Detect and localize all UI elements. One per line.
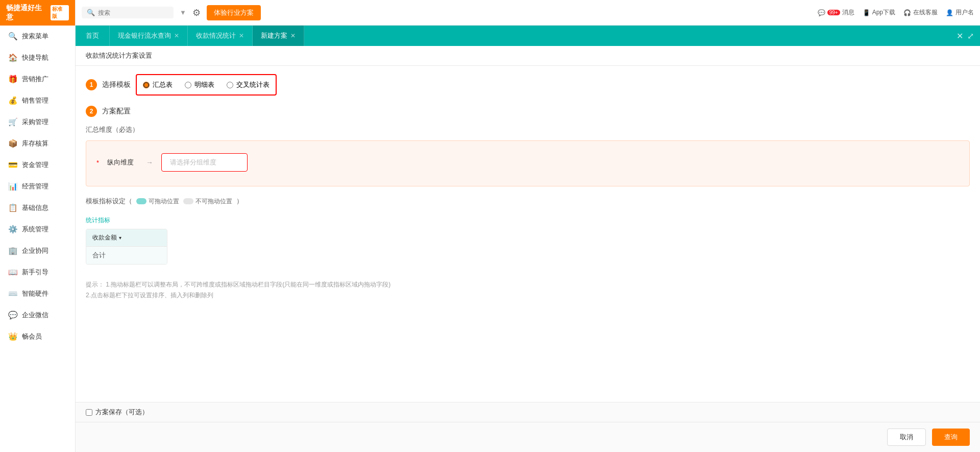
close-collection-stat-icon[interactable]: ✕ xyxy=(239,32,244,39)
dimension-selector[interactable]: 请选择分组维度 xyxy=(161,153,248,172)
tab-bank-flow-label: 现金银行流水查询 xyxy=(118,31,171,40)
message-count: 99+ xyxy=(827,10,840,15)
save-bar: 方案保存（可选） xyxy=(76,402,980,422)
sidebar-item-label: 销售管理 xyxy=(22,96,48,105)
radio-summary[interactable]: 汇总表 xyxy=(143,80,173,89)
step2-badge: 2 xyxy=(86,106,97,117)
sidebar-item-inventory[interactable]: 📦 库存核算 xyxy=(0,133,75,154)
download-icon: 📱 xyxy=(863,9,870,16)
sidebar-item-system[interactable]: ⚙️ 系统管理 xyxy=(0,219,75,240)
dimension-name: 纵向维度 xyxy=(107,158,138,167)
tip1: 提示： 1.拖动标题栏可以调整布局，不可跨维度或指标区域拖动栏目字段(只能在同一… xyxy=(86,280,970,289)
app-download-btn[interactable]: 📱 App下载 xyxy=(863,8,895,17)
step2-header: 2 方案配置 xyxy=(86,106,970,117)
metrics-header: 模板指标设定（ 可拖动位置 不可拖动位置 ） xyxy=(86,197,970,206)
query-button[interactable]: 查询 xyxy=(932,429,970,446)
chart-icon: 📊 xyxy=(8,182,18,191)
user-btn[interactable]: 👤 用户名 xyxy=(946,8,974,17)
template-options: 汇总表 明细表 交叉统计表 xyxy=(136,74,277,96)
radio-summary-input[interactable] xyxy=(143,82,150,88)
tab-collection-stat-label: 收款情况统计 xyxy=(196,31,236,40)
drag-disabled-label: 不可拖动位置 xyxy=(195,197,232,206)
maximize-window-icon[interactable]: ⤢ xyxy=(967,31,974,41)
radio-cross[interactable]: 交叉统计表 xyxy=(227,80,270,89)
sidebar-item-label: 系统管理 xyxy=(22,225,48,234)
step1-label: 选择模板 xyxy=(102,80,131,89)
dimension-area: * 纵向维度 → 请选择分组维度 xyxy=(86,140,970,186)
tab-bank-flow[interactable]: 现金银行流水查询 ✕ xyxy=(110,26,188,46)
metrics-title-text: 模板指标设定（ xyxy=(86,197,132,206)
search-box[interactable]: 🔍 xyxy=(82,7,174,18)
sidebar-item-search[interactable]: 🔍 搜索菜单 xyxy=(0,26,75,47)
user-name: 用户名 xyxy=(955,8,974,17)
radio-detail-label: 明细表 xyxy=(194,80,214,89)
industry-btn[interactable]: 体验行业方案 xyxy=(207,5,261,20)
online-service-btn[interactable]: 🎧 在线客服 xyxy=(903,8,938,17)
save-checkbox-label[interactable]: 方案保存（可选） xyxy=(86,408,149,417)
dimension-title: 汇总维度（必选） xyxy=(86,125,970,134)
radio-summary-label: 汇总表 xyxy=(153,80,173,89)
tab-collection-stat[interactable]: 收款情况统计 ✕ xyxy=(188,26,253,46)
dimension-row: * 纵向维度 → 请选择分组维度 xyxy=(96,153,959,172)
sidebar-item-purchase[interactable]: 🛒 采购管理 xyxy=(0,111,75,133)
tab-new-plan[interactable]: 新建方案 ✕ xyxy=(253,26,304,46)
radio-cross-input[interactable] xyxy=(227,82,233,88)
topbar: 🔍 ▼ ⚙ 体验行业方案 💬 99+ 消息 📱 App下载 🎧 在线客服 👤 用… xyxy=(76,0,980,26)
save-checkbox-text: 方案保存（可选） xyxy=(95,408,149,417)
home-icon: 🏠 xyxy=(8,53,18,62)
sidebar-item-capital[interactable]: 💳 资金管理 xyxy=(0,154,75,176)
metrics-close-bracket: ） xyxy=(236,197,243,206)
sidebar-logo: 畅捷通好生意 标准版 xyxy=(0,0,75,26)
sidebar-item-label: 库存核算 xyxy=(22,139,48,148)
sidebar-item-quick-nav[interactable]: 🏠 快捷导航 xyxy=(0,47,75,68)
sidebar-item-label: 搜索菜单 xyxy=(22,32,48,41)
keyboard-icon: ⌨️ xyxy=(8,289,18,298)
sidebar-item-member[interactable]: 👑 畅会员 xyxy=(0,326,75,347)
sidebar-item-label: 资金管理 xyxy=(22,160,48,170)
close-window-icon[interactable]: ✕ xyxy=(957,31,963,41)
cancel-button[interactable]: 取消 xyxy=(887,429,926,446)
sidebar-item-operation[interactable]: 📊 经营管理 xyxy=(0,176,75,197)
logo-badge: 标准版 xyxy=(51,5,69,20)
sidebar-item-sales[interactable]: 💰 销售管理 xyxy=(0,90,75,111)
radio-detail[interactable]: 明细表 xyxy=(185,80,214,89)
main-area: 🔍 ▼ ⚙ 体验行业方案 💬 99+ 消息 📱 App下载 🎧 在线客服 👤 用… xyxy=(76,0,980,452)
message-btn[interactable]: 💬 99+ 消息 xyxy=(818,8,854,17)
radio-detail-input[interactable] xyxy=(185,82,191,88)
search-icon: 🔍 xyxy=(8,32,18,41)
card-icon: 💳 xyxy=(8,160,18,170)
column-header-text: 收款金额 xyxy=(92,233,117,242)
sidebar-item-enterprise[interactable]: 🏢 企业协同 xyxy=(0,240,75,261)
topbar-actions: 💬 99+ 消息 📱 App下载 🎧 在线客服 👤 用户名 xyxy=(818,8,974,17)
sidebar-item-label: 基础信息 xyxy=(22,203,48,212)
stats-table-row: 合计 xyxy=(86,246,167,264)
sidebar-item-hardware[interactable]: ⌨️ 智能硬件 xyxy=(0,283,75,304)
stats-table: 收款金额 ▾ 合计 xyxy=(86,229,167,265)
close-new-plan-icon[interactable]: ✕ xyxy=(290,32,296,39)
tab-new-plan-label: 新建方案 xyxy=(261,31,287,40)
close-bank-flow-icon[interactable]: ✕ xyxy=(174,32,179,39)
save-checkbox-input[interactable] xyxy=(86,409,92,416)
money-icon: 💰 xyxy=(8,96,18,105)
dimension-config: 汇总维度（必选） * 纵向维度 → 请选择分组维度 模板指 xyxy=(86,125,970,300)
tab-home[interactable]: 首页 xyxy=(76,26,110,46)
drag-disabled-indicator xyxy=(183,198,193,204)
crown-icon: 👑 xyxy=(8,332,18,341)
metrics-area: 统计指标 收款金额 ▾ 合计 xyxy=(86,212,970,270)
search-input[interactable] xyxy=(98,9,159,16)
sidebar: 畅捷通好生意 标准版 🔍 搜索菜单 🏠 快捷导航 🎁 营销推广 💰 销售管理 🛒… xyxy=(0,0,76,452)
dropdown-arrow-icon[interactable]: ▼ xyxy=(180,9,186,16)
column-dropdown-icon[interactable]: ▾ xyxy=(119,235,121,241)
tip2: 2.点击标题栏下拉可设置排序、插入列和删除列 xyxy=(86,291,970,300)
sidebar-item-basic-info[interactable]: 📋 基础信息 xyxy=(0,197,75,219)
settings-icon[interactable]: ⚙ xyxy=(192,7,201,18)
sidebar-item-marketing[interactable]: 🎁 营销推广 xyxy=(0,68,75,90)
sidebar-item-guide[interactable]: 📖 新手引导 xyxy=(0,261,75,283)
step1-badge: 1 xyxy=(86,79,97,90)
service-icon: 🎧 xyxy=(903,9,911,16)
stats-table-header: 收款金额 ▾ xyxy=(86,229,167,246)
step2-label: 方案配置 xyxy=(102,107,131,116)
sidebar-item-wechat[interactable]: 💬 企业微信 xyxy=(0,304,75,326)
sidebar-item-label: 新手引导 xyxy=(22,268,48,277)
gift-icon: 🎁 xyxy=(8,75,18,84)
